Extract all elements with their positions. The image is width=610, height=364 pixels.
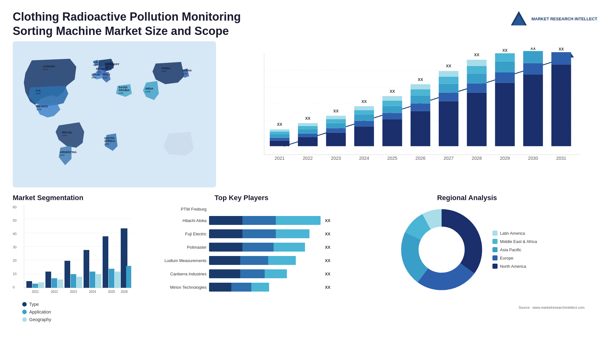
regional-title: Regional Analysis (337, 194, 597, 202)
svg-text:XX: XX (333, 109, 339, 113)
svg-rect-82 (410, 89, 430, 96)
legend-asia-pacific: Asia Pacific (492, 247, 537, 252)
svg-rect-95 (467, 74, 487, 84)
svg-text:2024: 2024 (89, 290, 96, 293)
svg-rect-45 (270, 138, 289, 141)
svg-text:BRAZIL: BRAZIL (62, 131, 72, 134)
page-title: Clothing Radioactive Pollution Monitorin… (13, 10, 267, 38)
segmentation-title: Market Segmentation (13, 194, 146, 202)
svg-rect-146 (126, 266, 131, 288)
svg-rect-135 (90, 272, 95, 288)
svg-text:ARABIA: ARABIA (119, 89, 130, 92)
player-name-fuji: Fuji Electric (152, 232, 207, 236)
svg-rect-96 (467, 66, 487, 74)
svg-text:2023: 2023 (331, 156, 341, 161)
svg-text:xx%: xx% (43, 68, 48, 71)
svg-rect-124 (38, 282, 44, 288)
svg-text:INDIA: INDIA (146, 87, 153, 90)
svg-text:XX: XX (362, 99, 367, 104)
svg-text:xx%: xx% (104, 143, 109, 145)
svg-rect-75 (383, 101, 402, 106)
title-block: Clothing Radioactive Pollution Monitorin… (13, 10, 267, 38)
svg-rect-83 (410, 84, 430, 89)
svg-text:xx%: xx% (103, 76, 107, 79)
legend-middle-east-africa: Middle East & Africa (492, 239, 537, 244)
svg-rect-86 (439, 101, 458, 146)
svg-text:2022: 2022 (303, 156, 313, 161)
svg-text:2025: 2025 (387, 156, 397, 161)
legend-north-america: North America (492, 264, 537, 269)
svg-rect-127 (51, 278, 57, 288)
svg-rect-48 (270, 129, 289, 131)
segmentation-legend: Type Application Geography (22, 302, 146, 322)
svg-rect-94 (467, 84, 487, 93)
svg-rect-90 (439, 71, 458, 77)
bar-chart-svg: XX 2021 XX 2022 XX 2023 (241, 48, 591, 172)
svg-rect-62 (326, 116, 346, 119)
donut-wrapper: Latin America Middle East & Africa Asia … (337, 205, 597, 294)
player-bar-fuji (209, 229, 321, 238)
svg-text:2022: 2022 (51, 290, 58, 293)
svg-rect-132 (77, 277, 82, 288)
svg-rect-122 (26, 281, 32, 288)
player-row-ludlum: Ludlum Measurements XX (152, 256, 330, 265)
svg-rect-107 (523, 63, 543, 74)
svg-rect-58 (326, 133, 346, 146)
svg-rect-93 (467, 93, 487, 146)
svg-text:XX: XX (446, 64, 451, 68)
svg-text:JAPAN: JAPAN (182, 69, 192, 72)
player-row-canberra: Canberra Industries XX (152, 269, 330, 278)
svg-text:2029: 2029 (500, 156, 510, 161)
player-name-ptw: PTW Freiburg (152, 207, 207, 212)
map-svg: CANADA xx% U.S. xx% MEXICO xx% BRAZIL xx… (13, 41, 216, 187)
svg-point-152 (423, 231, 461, 269)
svg-text:xx%: xx% (182, 72, 187, 75)
bottom-section: Market Segmentation 60 50 40 30 20 10 0 (13, 194, 597, 364)
growth-bar-chart: XX 2021 XX 2022 XX 2023 (222, 41, 597, 187)
svg-text:U.K.: U.K. (93, 60, 99, 64)
donut-chart-svg (397, 205, 486, 294)
player-name-polimaster: Polimaster (152, 245, 207, 250)
legend-latin-america: Latin America (492, 231, 537, 236)
svg-text:XX: XX (277, 122, 282, 127)
svg-rect-87 (439, 93, 458, 101)
svg-rect-111 (551, 64, 571, 146)
svg-rect-60 (326, 123, 346, 128)
svg-rect-46 (270, 134, 289, 138)
svg-text:xx%: xx% (119, 92, 123, 95)
svg-text:GERMANY: GERMANY (105, 63, 119, 66)
svg-text:xx%: xx% (36, 92, 40, 95)
svg-text:CANADA: CANADA (43, 65, 55, 68)
segmentation-section: Market Segmentation 60 50 40 30 20 10 0 (13, 194, 146, 364)
svg-rect-108 (523, 51, 543, 63)
top-section: CANADA xx% U.S. xx% MEXICO xx% BRAZIL xx… (13, 41, 597, 187)
legend-application: Application (22, 309, 146, 314)
player-bar-mirion (209, 283, 321, 292)
svg-rect-67 (354, 115, 374, 121)
player-name-ludlum: Ludlum Measurements (152, 258, 207, 263)
legend-europe: Europe (492, 255, 537, 260)
svg-rect-130 (64, 261, 70, 288)
svg-rect-79 (410, 111, 430, 146)
svg-rect-123 (32, 284, 38, 288)
player-name-mirion: Mirion Technologies (152, 285, 207, 290)
svg-text:ITALY: ITALY (103, 73, 111, 76)
svg-rect-52 (298, 133, 318, 137)
svg-rect-47 (270, 131, 289, 134)
svg-rect-97 (467, 60, 487, 66)
svg-rect-102 (495, 61, 515, 72)
player-row-hitachi: Hitachi Aloka XX (152, 216, 330, 225)
svg-rect-128 (58, 280, 63, 288)
svg-rect-145 (121, 228, 126, 288)
svg-text:XX: XX (502, 48, 508, 53)
svg-text:2031: 2031 (556, 156, 566, 161)
player-bar-hitachi (209, 216, 321, 225)
player-row-ptw: PTW Freiburg (152, 207, 330, 212)
players-title: Top Key Players (152, 194, 330, 202)
svg-text:2026: 2026 (416, 156, 426, 161)
svg-rect-140 (115, 272, 120, 288)
svg-text:2030: 2030 (528, 156, 538, 161)
world-map: CANADA xx% U.S. xx% MEXICO xx% BRAZIL xx… (13, 41, 216, 187)
svg-text:U.S.: U.S. (36, 89, 41, 92)
player-bar-polimaster (209, 243, 321, 252)
